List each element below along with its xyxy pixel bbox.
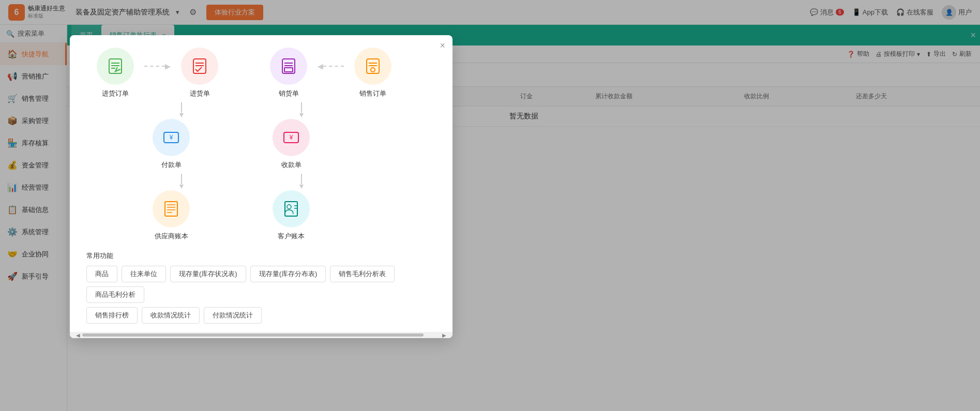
scroll-right-btn[interactable]: ▶ bbox=[440, 332, 448, 338]
purchase-order-circle bbox=[97, 48, 134, 85]
func-btn-product-margin[interactable]: 商品毛利分析 bbox=[86, 286, 144, 303]
payment-slip-label: 付款单 bbox=[161, 160, 182, 170]
arrow-purchase-to-payment: ▼ bbox=[163, 102, 200, 119]
func-btn-stock-status[interactable]: 现存量(库存状况表) bbox=[170, 266, 246, 282]
purchase-order-label: 进货订单 bbox=[102, 89, 129, 98]
customer-ledger-circle bbox=[273, 190, 310, 227]
func-btn-stock-dist[interactable]: 现存量(库存分布表) bbox=[250, 266, 326, 282]
receipt-slip-circle: ¥ bbox=[273, 119, 310, 156]
flow-node-purchase-order[interactable]: 进货订单 bbox=[97, 48, 134, 98]
modal-close-button[interactable]: × bbox=[440, 40, 445, 51]
func-btns-row1: 商品 往来单位 现存量(库存状况表) 现存量(库存分布表) 销售毛利分析表 商品… bbox=[86, 266, 436, 303]
purchase-slip-icon bbox=[190, 57, 209, 75]
common-title: 常用功能 bbox=[86, 251, 436, 261]
func-btn-partner[interactable]: 往来单位 bbox=[122, 266, 166, 282]
customer-ledger-label: 客户账本 bbox=[278, 232, 305, 241]
svg-rect-19 bbox=[165, 202, 177, 216]
payment-slip-circle: ¥ bbox=[153, 119, 190, 156]
sales-slip-icon bbox=[279, 57, 298, 75]
modal-scrollbar[interactable]: ◀ ▶ bbox=[70, 332, 453, 338]
flow-node-customer-ledger[interactable]: 客户账本 bbox=[273, 190, 310, 241]
flow-node-sales-order[interactable]: 销售订单 bbox=[354, 48, 391, 98]
func-btn-payment-stats[interactable]: 付款情况统计 bbox=[204, 307, 262, 324]
modal-content: 进货订单 ▶ bbox=[70, 35, 453, 332]
svg-point-25 bbox=[287, 205, 291, 209]
func-btn-sales-rank[interactable]: 销售排行榜 bbox=[86, 307, 138, 324]
arrow-receipt-to-customer: ▼ bbox=[283, 174, 320, 190]
svg-rect-24 bbox=[285, 202, 297, 216]
flow-node-receipt-slip[interactable]: ¥ 收款单 bbox=[273, 119, 310, 170]
arrow-sales-to-receipt: ▼ bbox=[283, 102, 320, 119]
supplier-ledger-circle bbox=[153, 190, 190, 227]
func-btn-receipt-stats[interactable]: 收款情况统计 bbox=[142, 307, 200, 324]
purchase-slip-label: 进货单 bbox=[190, 89, 210, 98]
receipt-slip-label: 收款单 bbox=[281, 160, 301, 170]
payment-slip-icon: ¥ bbox=[162, 128, 180, 147]
flow-node-purchase-slip[interactable]: 进货单 bbox=[181, 48, 218, 98]
supplier-ledger-label: 供应商账本 bbox=[155, 232, 188, 241]
func-btns-row2: 销售排行榜 收款情况统计 付款情况统计 bbox=[86, 307, 436, 324]
svg-text:¥: ¥ bbox=[289, 134, 293, 141]
sales-order-circle bbox=[354, 48, 391, 85]
quick-nav-modal: × 进货订单 bbox=[70, 35, 453, 338]
svg-point-14 bbox=[371, 68, 375, 72]
sales-slip-label: 销货单 bbox=[279, 89, 299, 98]
arrow-purchase-order-to-slip: ▶ bbox=[144, 62, 171, 70]
flow-node-supplier-ledger[interactable]: 供应商账本 bbox=[153, 190, 190, 241]
purchase-order-icon bbox=[106, 57, 125, 75]
func-btn-sales-margin[interactable]: 销售毛利分析表 bbox=[330, 266, 395, 282]
flow-node-payment-slip[interactable]: ¥ 付款单 bbox=[153, 119, 190, 170]
scroll-left-btn[interactable]: ◀ bbox=[74, 332, 82, 338]
purchase-slip-circle bbox=[181, 48, 218, 85]
flow-node-sales-slip[interactable]: 销货单 bbox=[270, 48, 307, 98]
arrow-payment-to-supplier: ▼ bbox=[163, 174, 200, 190]
arrow-sales-order-to-slip: ◀ bbox=[318, 62, 344, 70]
receipt-slip-icon: ¥ bbox=[282, 128, 300, 147]
sales-slip-circle bbox=[270, 48, 307, 85]
svg-rect-10 bbox=[284, 68, 293, 72]
svg-text:¥: ¥ bbox=[169, 134, 173, 141]
scrollbar-thumb[interactable] bbox=[82, 333, 424, 337]
func-btn-product[interactable]: 商品 bbox=[86, 266, 117, 282]
sales-order-icon bbox=[364, 57, 382, 75]
sales-order-label: 销售订单 bbox=[359, 89, 386, 98]
common-funcs: 常用功能 商品 往来单位 现存量(库存状况表) 现存量(库存分布表) 销售毛利分… bbox=[86, 251, 436, 324]
modal-overlay: × 进货订单 bbox=[0, 0, 980, 411]
customer-ledger-icon bbox=[282, 200, 300, 218]
supplier-ledger-icon bbox=[162, 200, 180, 218]
